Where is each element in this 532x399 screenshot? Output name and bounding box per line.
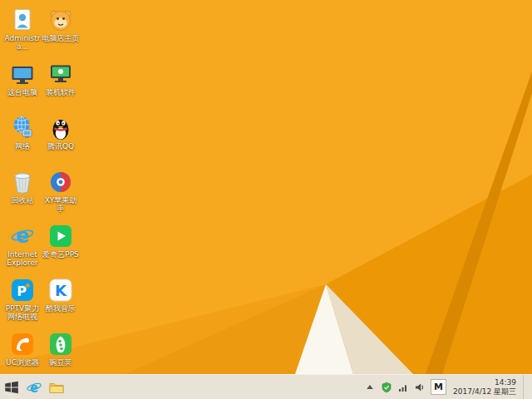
system-tray: M 14:39 2017/4/12 星期三: [364, 375, 532, 399]
taskbar: e: [0, 374, 532, 399]
desktop-icon-label: PPTV聚力网络电视: [3, 304, 42, 321]
desktop-icon-this-pc[interactable]: 这台电脑: [3, 61, 42, 115]
user-files-icon: [9, 7, 36, 33]
xy-assistant-icon: [47, 169, 74, 195]
security-shield-icon[interactable]: [381, 382, 392, 393]
desktop-icon-label: 装机软件: [46, 88, 76, 96]
desktop-icon-label: XY苹果助手: [42, 196, 80, 213]
computer-icon: [9, 61, 36, 87]
pc-store-monkey-icon: [47, 7, 74, 33]
desktop-icon-pc-store-home[interactable]: 电脑店主页: [42, 7, 80, 61]
desktop-icons: Administra... 这台电脑: [3, 7, 80, 385]
svg-text:P: P: [17, 283, 27, 299]
desktop-icon-label: 腾讯QQ: [47, 142, 74, 150]
start-button[interactable]: [0, 375, 22, 399]
volume-tray-icon[interactable]: [414, 382, 426, 393]
desktop-icon-label: Internet Explorer: [3, 250, 42, 267]
qq-penguin-icon: [47, 115, 74, 141]
desktop-icon-setup-software[interactable]: 装机软件: [42, 61, 80, 115]
software-monitor-icon: [47, 61, 74, 87]
pea-pod-icon: [47, 331, 74, 357]
svg-text:e: e: [16, 224, 29, 248]
recycle-bin-icon: [9, 169, 36, 195]
desktop-icon-label: 回收站: [12, 196, 34, 204]
folder-icon: [48, 379, 65, 396]
wallpaper: [0, 0, 532, 374]
desktop-icon-label: 电脑店主页: [42, 34, 80, 42]
desktop-icon-label: 网络: [15, 142, 30, 150]
desktop-icon-user-files[interactable]: Administra...: [3, 7, 42, 61]
desktop-icon-kuwo-music[interactable]: K 酷我音乐: [42, 277, 80, 331]
pptv-icon: P: [9, 277, 36, 303]
desktop-icon-tencent-qq[interactable]: 腾讯QQ: [42, 115, 80, 169]
desktop-icon-network[interactable]: 网络: [3, 115, 42, 169]
svg-text:K: K: [55, 282, 67, 299]
ime-indicator[interactable]: M: [431, 379, 446, 395]
clock-time: 14:39: [453, 378, 516, 387]
network-tray-icon[interactable]: [397, 382, 409, 393]
clock-date: 2017/4/12 星期三: [453, 387, 516, 397]
taskbar-internet-explorer-button[interactable]: e: [22, 375, 45, 399]
desktop-icon-recycle-bin[interactable]: 回收站: [3, 169, 42, 223]
kuwo-music-icon: K: [47, 277, 74, 303]
desktop-icon-label: 爱奇艺PPS: [42, 250, 79, 259]
desktop-icon-label: 酷我音乐: [46, 304, 76, 313]
uc-browser-icon: [9, 331, 36, 357]
desktop-icon-label: 豌豆荚: [50, 358, 72, 367]
hidden-icons-arrow[interactable]: [364, 382, 376, 393]
desktop-icon-internet-explorer[interactable]: e Internet Explorer: [3, 223, 42, 277]
desktop-icon-pptv[interactable]: P PPTV聚力网络电视: [3, 277, 42, 331]
show-desktop-button[interactable]: [523, 375, 529, 399]
taskbar-file-explorer-button[interactable]: [45, 375, 67, 399]
network-globe-icon: [9, 115, 36, 141]
internet-explorer-icon: e: [9, 223, 36, 249]
taskbar-clock[interactable]: 14:39 2017/4/12 星期三: [451, 378, 518, 397]
internet-explorer-icon: e: [26, 379, 42, 396]
desktop-icon-label: UC浏览器: [6, 358, 39, 367]
desktop-icon-xy-assistant[interactable]: XY苹果助手: [42, 169, 80, 223]
desktop[interactable]: Administra... 这台电脑: [0, 0, 532, 399]
desktop-icon-label: 这台电脑: [7, 88, 37, 96]
svg-text:e: e: [29, 380, 37, 395]
desktop-icon-iqiyi-pps[interactable]: 爱奇艺PPS: [42, 223, 80, 277]
desktop-icon-label: Administra...: [3, 34, 42, 51]
iqiyi-icon: [47, 223, 74, 249]
windows-logo-icon: [3, 379, 20, 396]
